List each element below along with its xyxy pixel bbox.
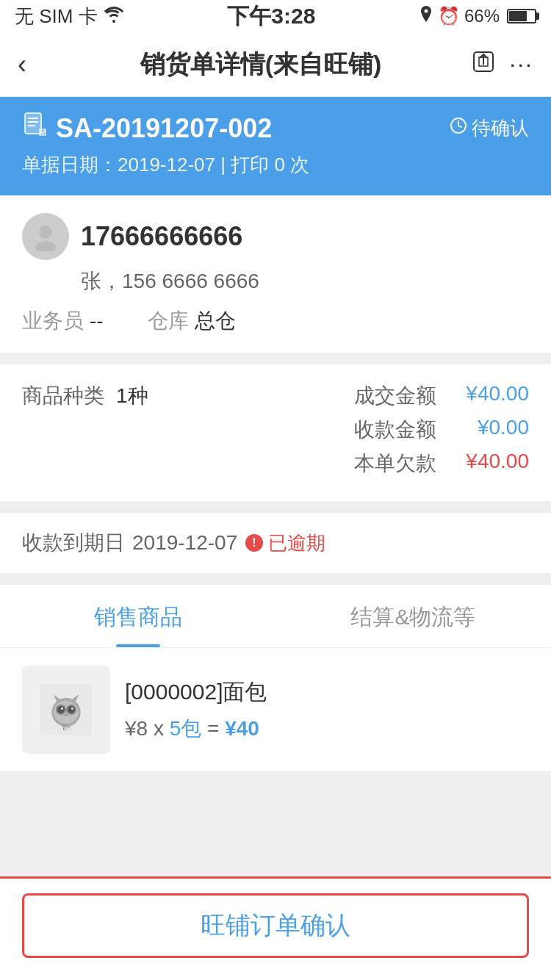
wifi-icon [104,5,124,28]
svg-point-15 [57,706,65,713]
amount-value: ¥40.00 [448,382,529,410]
status-left: 无 SIM 卡 [15,4,124,29]
sales-value: -- [90,309,104,333]
confirm-btn-container: 旺铺订单确认 [0,876,551,980]
customer-meta: 业务员 -- 仓库 总仓 [22,307,529,335]
battery-icon [507,9,536,24]
tab-sales-products[interactable]: 销售商品 [0,585,276,647]
due-date-value: 2019-12-07 [132,531,237,555]
product-item: 管+ [0000002]面包 ¥8 x 5包 = ¥40 [22,666,529,754]
product-name: [0000002]面包 [125,677,529,707]
product-info: [0000002]面包 ¥8 x 5包 = ¥40 [125,677,529,743]
due-date-label: 收款到期日 [22,529,125,557]
svg-point-16 [68,706,75,713]
product-thumbnail: 管+ [22,666,110,754]
amounts-block: 成交金额 ¥40.00 收款金额 ¥0.00 本单欠款 ¥40.00 [354,382,529,483]
category-label: 商品种类 [22,382,104,410]
clock-icon [450,117,467,140]
svg-point-6 [39,226,52,239]
alarm-icon: ⏰ [438,6,460,26]
order-id: SA-20191207-002 [22,112,272,145]
confirm-order-button[interactable]: 旺铺订单确认 [22,893,529,958]
customer-phone: 17666666666 [81,221,242,252]
warehouse-label: 仓库 [148,307,189,335]
order-header-card: SA-20191207-002 待确认 单据日期：2019-12-07 | 打印… [0,97,551,195]
price-total: ¥40 [225,717,259,740]
order-status: 待确认 [450,115,529,141]
nav-actions: ··· [460,51,533,78]
back-button[interactable]: ‹ [18,49,62,80]
price-text: ¥8 x [125,717,170,740]
received-value: ¥0.00 [448,416,529,444]
svg-rect-3 [28,121,38,123]
customer-name: 张，156 6666 6666 [22,267,529,295]
tab-settlement[interactable]: 结算&物流等 [276,585,551,647]
product-section: 管+ [0000002]面包 ¥8 x 5包 = ¥40 [0,648,551,771]
summary-section: 商品种类 1种 成交金额 ¥40.00 收款金额 ¥0.00 本单欠款 ¥40.… [0,364,551,501]
status-right: ⏰ 66% [419,6,536,26]
svg-point-18 [71,707,73,710]
nav-bar: ‹ 销货单详情(来自旺铺) ··· [0,32,551,97]
battery-text: 66% [464,6,500,26]
overdue-badge: ! 已逾期 [245,530,325,556]
due-date-section: 收款到期日 2019-12-07 ! 已逾期 [0,513,551,573]
due-value: ¥40.00 [448,450,529,478]
page-title: 销货单详情(来自旺铺) [62,48,460,82]
amount-label: 成交金额 [354,382,436,410]
price-qty: 5包 [170,717,202,740]
more-button[interactable]: ··· [509,51,533,78]
received-label: 收款金额 [354,416,436,444]
carrier-text: 无 SIM 卡 [15,4,98,29]
product-price: ¥8 x 5包 = ¥40 [125,715,529,743]
location-icon [419,6,433,26]
svg-text:管+: 管+ [62,724,71,731]
customer-section: 17666666666 张，156 6666 6666 业务员 -- 仓库 总仓 [0,195,551,353]
svg-point-17 [61,707,63,710]
svg-rect-1 [25,113,41,134]
svg-point-7 [35,241,56,251]
tabs: 销售商品 结算&物流等 [0,585,551,648]
svg-rect-2 [28,118,38,119]
share-button[interactable] [472,51,494,78]
avatar [22,213,69,260]
order-date: 单据日期：2019-12-07 | 打印 0 次 [22,152,529,178]
sales-label: 业务员 [22,307,84,335]
due-label: 本单欠款 [354,450,436,478]
warehouse-value: 总仓 [195,307,236,335]
status-bar: 无 SIM 卡 下午3:28 ⏰ 66% [0,0,551,32]
category-value: 1种 [116,382,148,410]
order-icon [22,112,48,145]
svg-text:!: ! [253,536,256,549]
status-time: 下午3:28 [227,1,315,32]
price-equals: = [201,717,225,740]
svg-rect-4 [28,125,35,126]
